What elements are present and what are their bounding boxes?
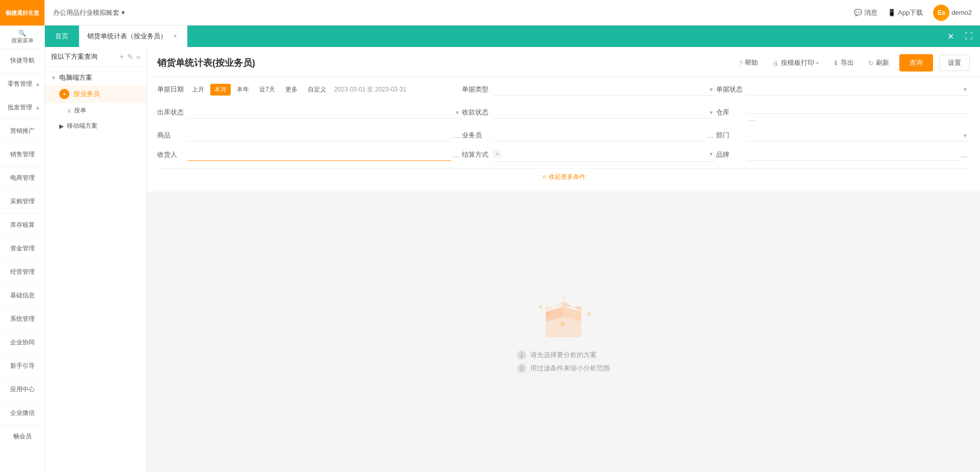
salesperson-dots[interactable]: ... [705, 131, 716, 140]
hint-num-2: 2 [517, 364, 526, 373]
filter-payment-status: 收款状态 [462, 106, 716, 119]
sidebar-item-operations[interactable]: 经营管理 [0, 261, 44, 284]
sidebar-item-retail[interactable]: 零售管理 ▲ [0, 73, 44, 96]
query-button[interactable]: 查询 [899, 54, 933, 72]
desktop-section-title[interactable]: ▼ 电脑端方案 [45, 70, 146, 85]
filter-stock-status: 出库状态 [157, 106, 462, 119]
panel-header-label: 按以下方案查询 [51, 52, 97, 61]
date-btn-this-year[interactable]: 本年 [233, 84, 253, 96]
date-btn-custom[interactable]: 自定义 [304, 84, 330, 96]
page-header: 销货单统计表(按业务员) ? 帮助 🖨 按模板打印 ▾ ⬇ 导出 [147, 47, 980, 77]
sidebar-item-app-center[interactable]: 应用中心 [0, 378, 44, 402]
date-btn-7days[interactable]: 近7天 [255, 84, 279, 96]
print-icon: 🖨 [772, 59, 779, 67]
mobile-section-title[interactable]: ▶ 移动端方案 [45, 119, 146, 133]
tab-bar-actions: ✕ ⛶ [943, 29, 980, 43]
refresh-btn[interactable]: ↻ 刷新 [864, 56, 893, 69]
add-scheme-btn[interactable]: + [119, 52, 124, 61]
goods-dots[interactable]: ... [451, 131, 462, 140]
export-btn[interactable]: ⬇ 导出 [829, 56, 858, 69]
basic-info-label: 基础信息 [10, 291, 35, 300]
date-btn-last-month[interactable]: 上月 [188, 84, 208, 96]
sidebar-item-guide[interactable]: 新手引导 [0, 355, 44, 378]
collapse-bar[interactable]: ∧ 收起更多条件 [157, 168, 970, 185]
sidebar-search[interactable]: 🔍 搜索菜单 [0, 26, 44, 49]
scheme-item-doc[interactable]: ≡ 按单 [45, 103, 146, 119]
payment-status-select[interactable] [493, 106, 716, 119]
inventory-label: 库存核算 [10, 221, 35, 229]
doc-type-select[interactable] [493, 83, 716, 96]
date-range-bar: 上月 本月 本年 近7天 更多 自定义 2023-03-01 至 2023-03… [188, 84, 462, 96]
settlement-select[interactable] [502, 148, 716, 159]
sidebar-item-wholesale[interactable]: 批发管理 ▲ [0, 96, 44, 120]
scheme-item-salesperson[interactable]: ● 按业务员 [45, 85, 146, 103]
doc-status-select[interactable] [747, 83, 970, 96]
warehouse-input[interactable] [747, 102, 970, 114]
filter-consignee: 收货人 ... [157, 149, 462, 161]
tab-active[interactable]: 销货单统计表（按业务员） × [79, 26, 187, 47]
tab-home[interactable]: 首页 [45, 26, 79, 47]
user-menu[interactable]: Ea demo2 [933, 5, 972, 21]
window-close-btn[interactable]: ✕ [943, 29, 958, 43]
settings-button[interactable]: 设置 [939, 55, 970, 71]
sidebar-item-marketing[interactable]: 营销推广 [0, 120, 44, 143]
tab-close-btn[interactable]: × [171, 32, 179, 40]
left-panel-header: 按以下方案查询 + ✎ « [45, 47, 146, 67]
sidebar-item-system[interactable]: 系统管理 [0, 308, 44, 331]
settlement-label: 结算方式 [462, 150, 493, 159]
payment-status-wrapper [493, 106, 716, 119]
breadcrumb-dropdown[interactable]: 办公用品行业模拟账套 ▾ [53, 8, 125, 17]
message-btn[interactable]: 💬 消息 [854, 8, 877, 17]
department-select[interactable] [747, 129, 970, 141]
sidebar-item-wechat[interactable]: 企业微信 [0, 402, 44, 425]
consignee-control: ... [188, 149, 462, 161]
finance-label: 资金管理 [10, 244, 35, 253]
consignee-dots[interactable]: ... [451, 150, 462, 159]
filter-row-4: 收货人 ... 结算方式 × [157, 148, 970, 162]
sidebar-item-basic-info[interactable]: 基础信息 [0, 284, 44, 308]
settlement-control: × [493, 148, 716, 162]
marketing-label: 营销推广 [10, 127, 35, 135]
doc-type-label: 单据类型 [462, 85, 493, 94]
consignee-input[interactable] [188, 149, 451, 161]
sales-label: 销售管理 [10, 150, 35, 159]
date-btn-this-month[interactable]: 本月 [210, 84, 231, 96]
main-area: 办公用品行业模拟账套 ▾ 💬 消息 📱 App下载 Ea demo2 首页 [45, 0, 980, 472]
collapse-panel-btn[interactable]: « [136, 53, 140, 61]
brand-dots[interactable]: ... [959, 150, 970, 159]
sidebar-item-purchase[interactable]: 采购管理 [0, 190, 44, 214]
edit-scheme-btn[interactable]: ✎ [127, 53, 133, 61]
sidebar-item-enterprise[interactable]: 企业协同 [0, 331, 44, 355]
salesperson-control: ... [493, 129, 716, 141]
print-btn[interactable]: 🖨 按模板打印 ▾ [768, 56, 823, 69]
retail-arrow: ▲ [35, 81, 40, 87]
help-btn[interactable]: ? 帮助 [735, 56, 762, 69]
settlement-clear-x[interactable]: × [496, 151, 499, 157]
page-actions: ? 帮助 🖨 按模板打印 ▾ ⬇ 导出 ↻ 刷新 [735, 54, 970, 72]
brand-input[interactable] [747, 149, 959, 161]
sidebar: 畅捷通好生意 🔍 搜索菜单 快捷导航 零售管理 ▲ 批发管理 ▲ 营销推广 销售… [0, 0, 45, 472]
salesperson-input[interactable] [493, 129, 705, 141]
sidebar-item-quick-nav[interactable]: 快捷导航 [0, 49, 44, 73]
right-content: 销货单统计表(按业务员) ? 帮助 🖨 按模板打印 ▾ ⬇ 导出 [147, 47, 980, 472]
sidebar-item-finance[interactable]: 资金管理 [0, 237, 44, 261]
goods-input[interactable] [188, 129, 451, 141]
salesperson-label: 业务员 [462, 131, 493, 140]
top-bar: 办公用品行业模拟账套 ▾ 💬 消息 📱 App下载 Ea demo2 [45, 0, 980, 26]
sidebar-item-member[interactable]: 畅会员 [0, 425, 44, 449]
svg-point-10 [587, 312, 591, 316]
window-expand-btn[interactable]: ⛶ [962, 29, 976, 43]
svg-point-9 [585, 303, 587, 305]
sidebar-item-sales[interactable]: 销售管理 [0, 143, 44, 167]
sidebar-item-inventory[interactable]: 库存核算 [0, 214, 44, 237]
stock-status-select[interactable] [188, 106, 462, 119]
sidebar-item-ecommerce[interactable]: 电商管理 [0, 167, 44, 190]
app-download-btn[interactable]: 📱 App下载 [888, 8, 923, 17]
date-btn-more[interactable]: 更多 [281, 84, 302, 96]
warehouse-dots[interactable]: ... [747, 114, 757, 123]
system-label: 系统管理 [10, 315, 35, 323]
filter-row-2: 出库状态 收款状态 [157, 102, 970, 123]
doc-icon: ≡ [67, 107, 71, 114]
payment-status-label: 收款状态 [462, 108, 493, 117]
top-bar-right: 💬 消息 📱 App下载 Ea demo2 [854, 5, 972, 21]
